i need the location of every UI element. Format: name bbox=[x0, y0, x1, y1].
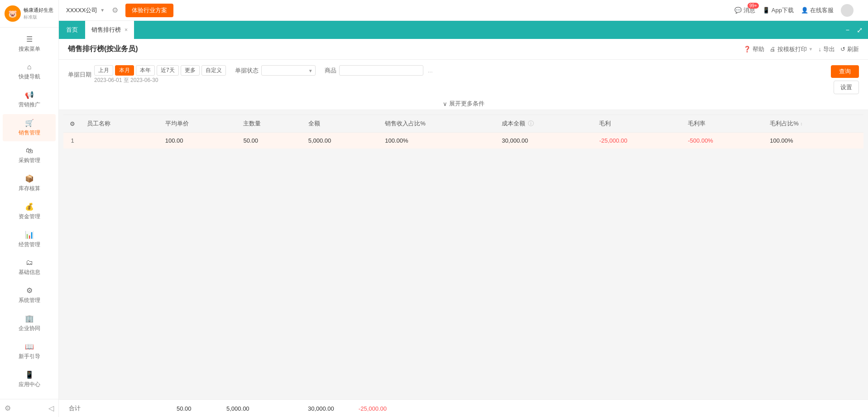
expand-more-button[interactable]: ∨ 展开更多条件 bbox=[443, 100, 484, 108]
system-icon: ⚙ bbox=[26, 286, 33, 295]
status-select-wrapper: ▼ bbox=[261, 65, 316, 76]
table-header-row: ⚙ 员工名称 平均单价 主数量 全额 销售收入占比% 成本全额 ⓘ 毛利 毛利率 bbox=[63, 115, 863, 133]
page-actions: ❓ 帮助 🖨 按模板打印 ▼ ↓ 导出 ↺ 刷新 bbox=[743, 45, 859, 59]
help-button[interactable]: ❓ 帮助 bbox=[743, 45, 764, 53]
cost-info-icon[interactable]: ⓘ bbox=[528, 120, 534, 127]
date-btn-more[interactable]: 更多 bbox=[181, 65, 200, 76]
app-download-button[interactable]: 📱 App下载 bbox=[762, 6, 794, 14]
sidebar-item-enterprise[interactable]: 🏢 企业协同 bbox=[3, 310, 56, 337]
date-btn-this-year[interactable]: 本年 bbox=[136, 65, 155, 76]
marketing-icon: 📢 bbox=[25, 91, 34, 99]
export-button[interactable]: ↓ 导出 bbox=[819, 45, 835, 53]
message-button[interactable]: 💬 消息 99+ bbox=[734, 6, 755, 14]
sidebar-item-app-center[interactable]: 📱 应用中心 bbox=[3, 366, 56, 393]
col-settings[interactable]: ⚙ bbox=[63, 115, 82, 133]
date-btn-last-month[interactable]: 上月 bbox=[94, 65, 113, 76]
guide-icon: 📖 bbox=[25, 342, 34, 351]
status-filter-group: 单据状态 ▼ bbox=[235, 65, 316, 76]
tab-close-icon[interactable]: × bbox=[125, 27, 128, 33]
sidebar-item-system-mgmt[interactable]: ⚙ 系统管理 bbox=[3, 282, 56, 309]
tab-sales-ranking[interactable]: 销售排行榜 × bbox=[85, 21, 134, 39]
dropdown-arrow-icon: ▼ bbox=[100, 8, 105, 13]
logo-subtitle: 标准版 bbox=[24, 14, 53, 20]
fund-icon: 💰 bbox=[25, 202, 34, 211]
cell-avg-price: 100.00 bbox=[160, 133, 238, 149]
status-select[interactable] bbox=[261, 65, 316, 76]
inventory-icon: 📦 bbox=[25, 174, 34, 183]
topbar-settings-icon[interactable]: ⚙ bbox=[112, 6, 118, 14]
cell-qty: 50.00 bbox=[238, 133, 302, 149]
home-icon: ⌂ bbox=[27, 63, 32, 71]
purchase-icon: 🛍 bbox=[26, 147, 33, 155]
help-label: 帮助 bbox=[753, 45, 764, 53]
date-btn-7days[interactable]: 近7天 bbox=[157, 65, 179, 76]
filter-expand-section: ∨ 展开更多条件 bbox=[68, 98, 859, 110]
sidebar-logo: 🐷 畅康通好生意 标准版 bbox=[0, 0, 58, 28]
sidebar-item-guide[interactable]: 📖 新手引导 bbox=[3, 338, 56, 365]
date-btn-this-month[interactable]: 本月 bbox=[115, 65, 134, 76]
sidebar-item-label: 销售管理 bbox=[19, 129, 40, 137]
print-icon: 🖨 bbox=[770, 46, 776, 53]
sidebar-collapse-button[interactable]: ◁ bbox=[48, 404, 54, 412]
sidebar-item-basic-info[interactable]: 🗂 基础信息 bbox=[3, 254, 56, 281]
footer-label: 合计 bbox=[69, 404, 81, 412]
main-area: XXXXX公司 ▼ ⚙ 体验行业方案 💬 消息 99+ 📱 App下载 👤 在线… bbox=[59, 0, 868, 417]
tab-expand-icon[interactable]: ⤢ bbox=[857, 26, 863, 34]
logo-title: 畅康通好生意 bbox=[24, 7, 53, 14]
col-qty: 主数量 bbox=[238, 115, 302, 133]
query-button[interactable]: 查询 bbox=[831, 65, 859, 78]
tabbar: 首页 销售排行榜 × － ⤢ bbox=[59, 21, 868, 39]
sidebar-item-inventory[interactable]: 📦 库存核算 bbox=[3, 170, 56, 197]
col-profit: 毛利 bbox=[594, 115, 682, 133]
tab-home-label: 首页 bbox=[66, 26, 78, 34]
refresh-icon: ↺ bbox=[840, 46, 845, 53]
export-icon: ↓ bbox=[819, 46, 822, 53]
sidebar-item-label: 系统管理 bbox=[19, 297, 40, 304]
filter-bar: 单据日期 上月 本月 本年 近7天 更多 自定义 2023-06-01 至 20… bbox=[59, 60, 868, 110]
cell-name bbox=[82, 133, 160, 149]
status-filter-label: 单据状态 bbox=[235, 67, 259, 75]
sidebar-item-marketing[interactable]: 📢 营销推广 bbox=[3, 86, 56, 113]
cell-profit: -25,000.00 bbox=[594, 133, 682, 149]
sidebar-item-search-order[interactable]: ☰ 搜索菜单 bbox=[3, 30, 56, 58]
tab-minimize-icon[interactable]: － bbox=[844, 25, 851, 35]
profit-pct-sort-icon[interactable]: ↕ bbox=[801, 121, 803, 126]
cell-cost: 30,000.00 bbox=[496, 133, 594, 149]
goods-input-more-icon[interactable]: ... bbox=[428, 67, 433, 74]
tab-home[interactable]: 首页 bbox=[59, 21, 85, 39]
col-cost: 成本全额 ⓘ bbox=[496, 115, 594, 133]
refresh-button[interactable]: ↺ 刷新 bbox=[840, 45, 859, 53]
sidebar-item-quick-nav[interactable]: ⌂ 快捷导航 bbox=[3, 58, 56, 85]
sidebar-item-label: 新手引导 bbox=[19, 353, 40, 360]
sidebar-item-label: 营销推广 bbox=[19, 101, 40, 109]
sidebar-item-label: 经营管理 bbox=[19, 241, 40, 249]
sidebar-item-label: 资金管理 bbox=[19, 213, 40, 220]
sidebar-item-weixin[interactable]: 💬 企业微信 bbox=[3, 394, 56, 399]
footer-qty: 50.00 bbox=[171, 405, 207, 412]
business-icon: 📊 bbox=[25, 230, 34, 239]
col-name: 员工名称 bbox=[82, 115, 160, 133]
help-icon: ❓ bbox=[743, 46, 751, 53]
trial-button[interactable]: 体验行业方案 bbox=[125, 4, 173, 17]
user-avatar[interactable] bbox=[841, 4, 854, 17]
print-button[interactable]: 🖨 按模板打印 ▼ bbox=[770, 45, 813, 53]
online-service-button[interactable]: 👤 在线客服 bbox=[801, 6, 834, 14]
col-avg-price: 平均单价 bbox=[160, 115, 238, 133]
sidebar-item-sales-mgmt[interactable]: 🛒 销售管理 bbox=[3, 114, 56, 141]
settings-button[interactable]: 设置 bbox=[834, 81, 859, 94]
page-content: 销售排行榜(按业务员) ❓ 帮助 🖨 按模板打印 ▼ ↓ 导出 ↺ 刷新 bbox=[59, 39, 868, 417]
logo-icon: 🐷 bbox=[5, 5, 21, 22]
date-btn-custom[interactable]: 自定义 bbox=[201, 65, 226, 76]
print-label: 按模板打印 bbox=[777, 45, 807, 53]
message-badge: 99+ bbox=[748, 3, 759, 9]
sidebar-settings-button[interactable]: ⚙ bbox=[5, 404, 11, 412]
goods-search-input[interactable] bbox=[339, 65, 423, 76]
app-download-label: App下载 bbox=[772, 6, 794, 14]
col-profit-pct: 毛利占比% ↕ bbox=[764, 115, 863, 133]
data-table: ⚙ 员工名称 平均单价 主数量 全额 销售收入占比% 成本全额 ⓘ 毛利 毛利率 bbox=[63, 115, 863, 149]
sidebar-item-purchase-mgmt[interactable]: 🛍 采购管理 bbox=[3, 142, 56, 169]
sidebar-item-fund-mgmt[interactable]: 💰 资金管理 bbox=[3, 198, 56, 225]
table-area: ⚙ 员工名称 平均单价 主数量 全额 销售收入占比% 成本全额 ⓘ 毛利 毛利率 bbox=[59, 110, 868, 399]
sidebar-item-business-mgmt[interactable]: 📊 经营管理 bbox=[3, 226, 56, 253]
company-selector[interactable]: XXXXX公司 ▼ bbox=[66, 6, 105, 14]
